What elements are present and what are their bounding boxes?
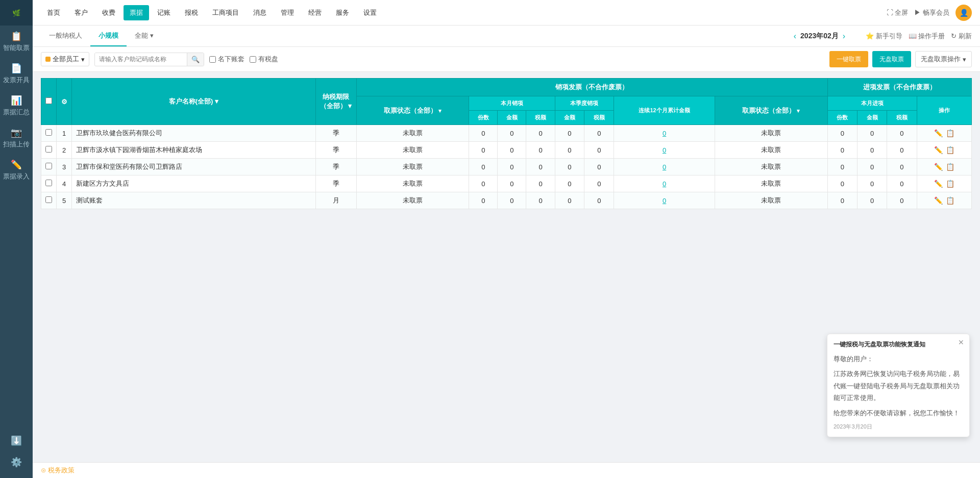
nav-tax[interactable]: 报税 xyxy=(179,5,204,20)
nav-invoice[interactable]: 票据 xyxy=(124,5,149,20)
tab-general[interactable]: 一般纳税人 xyxy=(41,26,90,46)
one-click-fetch-button[interactable]: 一键取票 xyxy=(829,51,868,67)
th-sales-m-tax: 税额 xyxy=(526,111,555,125)
prev-month-button[interactable]: ‹ xyxy=(794,32,796,41)
th-purchase-status: 取票状态（全部） ▾ xyxy=(715,96,827,125)
edit-icon[interactable]: ✏️ xyxy=(934,146,943,154)
row-sales-m-tax: 0 xyxy=(526,125,555,142)
toolbar: 全部员工 ▾ 🔍 名下账套 有税盘 一键取票 无盘取票 无盘取票操作 ▾ xyxy=(33,47,980,72)
nav-items: 首页 客户 收费 票据 记账 报税 工商项目 消息 管理 经营 服务 设置 xyxy=(41,5,887,20)
checkbox-has-taxdisk[interactable]: 有税盘 xyxy=(250,55,278,64)
nav-operation[interactable]: 经营 xyxy=(302,5,328,20)
sidebar-item-invoice-open[interactable]: 📄 发票开具 xyxy=(0,58,33,90)
checkbox-own-accounts[interactable]: 名下账套 xyxy=(209,55,244,64)
table-settings-icon[interactable]: ⚙ xyxy=(61,98,67,106)
row-sales-12m[interactable]: 0 xyxy=(614,192,715,209)
row-sales-12m[interactable]: 0 xyxy=(614,125,715,142)
sidebar-item-invoice-summary[interactable]: 📊 票据汇总 xyxy=(0,90,33,122)
row-tax-period: 季 xyxy=(315,159,356,175)
row-sales-12m[interactable]: 0 xyxy=(614,159,715,175)
new-guide-button[interactable]: ⭐ 新手引导 xyxy=(866,32,902,41)
nav-service[interactable]: 服务 xyxy=(330,5,355,20)
th-client-name: 客户名称(全部) ▾ xyxy=(72,79,316,125)
fullscreen-button[interactable]: ⛶ 全屏 xyxy=(887,8,909,17)
edit-icon[interactable]: ✏️ xyxy=(934,196,943,205)
user-avatar[interactable]: 👤 xyxy=(955,5,972,21)
nav-home[interactable]: 首页 xyxy=(41,5,66,20)
sidebar-item-settings-bottom[interactable]: ⚙️ xyxy=(0,451,33,473)
th-sales-month: 本月销项 xyxy=(469,96,555,111)
row-sales-q-tax: 0 xyxy=(584,175,614,192)
edit-icon[interactable]: ✏️ xyxy=(934,163,943,171)
refresh-button[interactable]: ↻ 刷新 xyxy=(951,32,972,41)
top-navigation: 首页 客户 收费 票据 记账 报税 工商项目 消息 管理 经营 服务 设置 ⛶ … xyxy=(33,0,980,26)
nav-management[interactable]: 管理 xyxy=(275,5,300,20)
tab-small[interactable]: 小规模 xyxy=(90,26,127,46)
sidebar-item-label: 发票开具 xyxy=(3,76,30,85)
row-checkbox[interactable] xyxy=(45,163,52,169)
sidebar-item-smart-fetch[interactable]: 📋 智能取票 xyxy=(0,26,33,58)
view-icon[interactable]: 📋 xyxy=(946,163,954,171)
row-sales-12m[interactable]: 0 xyxy=(614,142,715,159)
member-button[interactable]: ▶ 畅享会员 xyxy=(914,8,949,17)
nav-message[interactable]: 消息 xyxy=(247,5,273,20)
next-month-button[interactable]: › xyxy=(843,32,845,41)
view-icon[interactable]: 📋 xyxy=(946,129,954,137)
row-purchase-status: 未取票 xyxy=(715,142,827,159)
row-actions: ✏️ 📋 xyxy=(917,192,971,209)
checkbox-has-taxdisk-input[interactable] xyxy=(250,56,256,63)
row-client-name: 卫辉市保和堂医药有限公司卫辉路店 xyxy=(72,159,316,175)
th-checkbox xyxy=(41,79,57,125)
no-disk-fetch-button[interactable]: 无盘取票 xyxy=(872,51,911,67)
row-sales-12m[interactable]: 0 xyxy=(614,175,715,192)
no-disk-ops-button[interactable]: 无盘取票操作 ▾ xyxy=(915,51,972,67)
table-row: 4 新建区方方文具店 季 未取票 0 0 0 0 0 0 未取票 0 0 0 ✏… xyxy=(41,175,972,192)
tax-policy-link[interactable]: ⊙ 税务政策 xyxy=(41,466,75,475)
row-sales-m-tax: 0 xyxy=(526,175,555,192)
checkbox-own-accounts-input[interactable] xyxy=(209,56,216,63)
notification-close-button[interactable]: ✕ xyxy=(958,338,964,346)
nav-bookkeeping[interactable]: 记账 xyxy=(151,5,177,20)
row-purchase-status: 未取票 xyxy=(715,125,827,142)
nav-client[interactable]: 客户 xyxy=(68,5,94,20)
sidebar-item-label: 票据录入 xyxy=(3,172,30,181)
row-checkbox[interactable] xyxy=(45,146,52,153)
employee-filter[interactable]: 全部员工 ▾ xyxy=(41,52,89,66)
row-checkbox[interactable] xyxy=(45,196,52,203)
nav-collection[interactable]: 收费 xyxy=(96,5,121,20)
search-input[interactable] xyxy=(95,53,187,65)
nav-settings[interactable]: 设置 xyxy=(357,5,383,20)
view-icon[interactable]: 📋 xyxy=(946,180,954,188)
manual-button[interactable]: 📖 操作手册 xyxy=(909,32,945,41)
row-sales-q-amount: 0 xyxy=(555,159,584,175)
bottombar: ⊙ 税务政策 xyxy=(33,462,980,478)
search-button[interactable]: 🔍 xyxy=(187,53,204,66)
th-sales-q-amount: 金额 xyxy=(555,111,584,125)
row-number: 4 xyxy=(57,175,72,192)
no-disk-ops-label: 无盘取票操作 xyxy=(921,55,961,64)
row-purchase-m-amount: 0 xyxy=(857,125,887,142)
row-checkbox-cell xyxy=(41,142,57,159)
view-icon[interactable]: 📋 xyxy=(946,196,954,205)
edit-icon[interactable]: ✏️ xyxy=(934,180,943,188)
invoice-open-icon: 📄 xyxy=(11,63,22,74)
edit-icon[interactable]: ✏️ xyxy=(934,129,943,137)
view-icon[interactable]: 📋 xyxy=(946,146,954,154)
subheader: 一般纳税人 小规模 全能 ▾ ‹ 2023年02月 › ⭐ 新手引导 📖 操作手… xyxy=(33,26,980,47)
download-icon: ⬇️ xyxy=(11,435,22,446)
tab-all[interactable]: 全能 ▾ xyxy=(127,26,162,46)
row-checkbox[interactable] xyxy=(45,180,52,186)
sidebar-item-invoice-entry[interactable]: ✏️ 票据录入 xyxy=(0,154,33,186)
select-all-checkbox[interactable] xyxy=(45,97,52,104)
sidebar-item-download[interactable]: ⬇️ xyxy=(0,430,33,451)
row-purchase-m-tax: 0 xyxy=(887,125,917,142)
row-sales-q-amount: 0 xyxy=(555,142,584,159)
row-purchase-m-amount: 0 xyxy=(857,142,887,159)
row-client-name: 卫辉市汲水镇下园湖香烟苗木种植家庭农场 xyxy=(72,142,316,159)
sidebar-item-scan-upload[interactable]: 📷 扫描上传 xyxy=(0,122,33,154)
tab-all-dropdown-icon[interactable]: ▾ xyxy=(150,32,154,39)
table-row: 5 测试账套 月 未取票 0 0 0 0 0 0 未取票 0 0 0 ✏️ 📋 xyxy=(41,192,972,209)
row-checkbox[interactable] xyxy=(45,129,52,136)
row-purchase-status: 未取票 xyxy=(715,192,827,209)
nav-business[interactable]: 工商项目 xyxy=(206,5,245,20)
